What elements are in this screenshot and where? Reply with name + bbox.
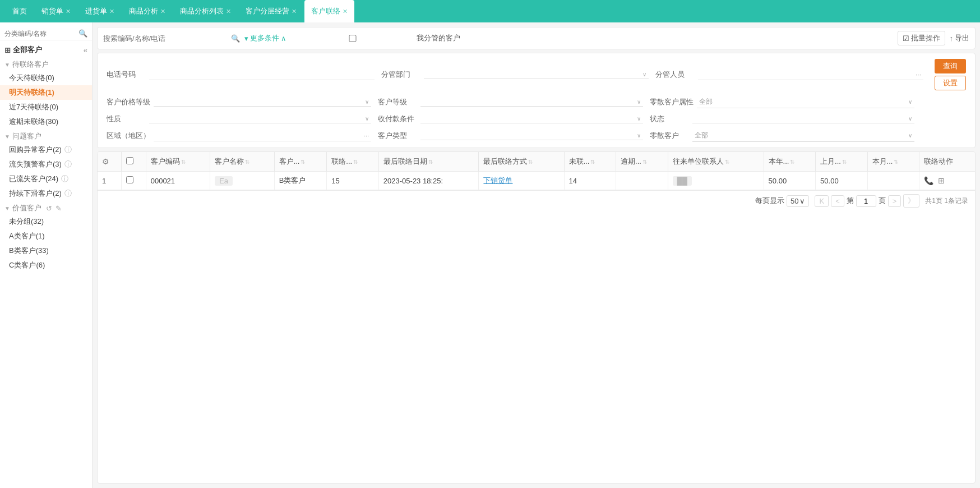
nav-sales-order-close[interactable]: ✕ <box>66 8 71 15</box>
sidebar-item-declining[interactable]: 持续下滑客户(2) ⓘ <box>0 186 92 201</box>
first-page-btn[interactable]: K <box>815 195 829 207</box>
sidebar-pending-group-header[interactable]: ▼ 待联络客户 <box>0 57 92 71</box>
scattered-attr-select[interactable]: 全部 ∨ <box>697 96 914 108</box>
customer-level-select[interactable]: ∨ <box>420 98 642 107</box>
filter-scattered-customer: 零散客户 全部 ∨ <box>650 130 914 142</box>
sidebar-problem-group-header[interactable]: ▼ 问题客户 <box>0 129 92 142</box>
nav-product-analysis-list-close[interactable]: ✕ <box>226 8 231 15</box>
sort-type[interactable]: 客户... ⇅ <box>279 156 322 167</box>
customer-level-caret-icon: ∨ <box>637 99 641 105</box>
sort-type-icon: ⇅ <box>301 159 305 165</box>
customer-type-select[interactable]: ∨ <box>420 131 642 140</box>
col-contact-count: 联络... ⇅ <box>327 152 379 172</box>
search-icon[interactable]: 🔍 <box>231 34 240 43</box>
nav-purchase-order-close[interactable]: ✕ <box>109 8 114 15</box>
select-all-checkbox[interactable] <box>126 157 133 164</box>
sort-this-year[interactable]: 本年... ⇅ <box>769 156 811 167</box>
payment-terms-select[interactable]: ∨ <box>420 114 642 123</box>
filter-scattered-attr: 零散客户属性 全部 ∨ <box>650 96 914 108</box>
sidebar-collapse-icon[interactable]: « <box>84 46 87 54</box>
page-input[interactable] <box>856 195 876 207</box>
last-method-link[interactable]: 下销货单 <box>483 176 512 185</box>
nav-customer-contact-close[interactable]: ✕ <box>343 8 348 15</box>
action-buttons: ☑ 批量操作 ↑ 导出 <box>898 31 970 45</box>
col-this-month: 本月... ⇅ <box>867 152 919 172</box>
sidebar-search-input[interactable] <box>4 30 76 38</box>
sort-unlocked[interactable]: 未联... ⇅ <box>569 156 612 167</box>
nav-customer-contact[interactable]: 客户联络 ✕ <box>304 0 354 22</box>
sort-name[interactable]: 客户名称 ⇅ <box>215 156 269 167</box>
my-customer-checkbox[interactable] <box>291 35 414 42</box>
sidebar-item-churned[interactable]: 已流失客户(24) ⓘ <box>0 172 92 186</box>
nav-product-analysis-close[interactable]: ✕ <box>160 8 165 15</box>
region-select[interactable]: ··· <box>154 131 371 141</box>
sidebar-all-customers[interactable]: ⊞ 全部客户 « <box>0 43 92 57</box>
nav-product-analysis-list[interactable]: 商品分析列表 ✕ <box>173 0 238 22</box>
nav-customer-contact-label: 客户联络 <box>311 6 340 16</box>
sidebar-item-class-a[interactable]: A类客户(1) <box>0 229 92 243</box>
next-page-btn[interactable]: > <box>888 195 902 207</box>
nav-sales-order[interactable]: 销货单 ✕ <box>35 0 77 22</box>
sort-last-date[interactable]: 最后联络日期 ⇅ <box>383 156 474 167</box>
sort-contact[interactable]: 联络... ⇅ <box>331 156 374 167</box>
sort-code[interactable]: 客户编码 ⇅ <box>151 156 205 167</box>
cell-unlocked: 14 <box>564 172 616 190</box>
info-icon-3: ⓘ <box>64 189 72 197</box>
edit-icon[interactable]: ✎ <box>56 204 62 213</box>
nav-customer-layered[interactable]: 客户分层经营 ✕ <box>239 0 303 22</box>
export-btn[interactable]: ↑ 导出 <box>950 33 970 43</box>
nav-home[interactable]: 首页 <box>6 0 34 22</box>
sort-last-month[interactable]: 上月... ⇅ <box>820 156 863 167</box>
query-btn[interactable]: 查询 <box>935 59 966 73</box>
setting-btn[interactable]: 设置 <box>935 76 966 90</box>
scattered-customer-select[interactable]: 全部 ∨ <box>692 130 914 142</box>
sort-this-month[interactable]: 本月... ⇅ <box>872 156 915 167</box>
col-settings: ⚙ <box>98 152 122 172</box>
more-action-icon[interactable]: ⊞ <box>938 176 945 185</box>
sidebar-item-repurchase-abnormal[interactable]: 回购异常客户(2) ⓘ <box>0 142 92 157</box>
sidebar-item-class-b[interactable]: B类客户(33) <box>0 243 92 258</box>
my-customer-checkbox-container[interactable]: 我分管的客户 <box>291 33 460 43</box>
sidebar-search-icon[interactable]: 🔍 <box>78 29 87 38</box>
sort-last-method[interactable]: 最后联络方式 ⇅ <box>483 156 559 167</box>
sidebar-item-ungrouped[interactable]: 未分组(32) <box>0 214 92 229</box>
sort-overdue[interactable]: 逾期... ⇅ <box>621 156 663 167</box>
page-size-value[interactable]: 50 ∨ <box>787 195 809 207</box>
more-filters-btn[interactable]: ▾ 更多条件 ∧ <box>244 33 286 43</box>
sidebar-item-today-contact[interactable]: 今天待联络(0) <box>0 71 92 85</box>
nav-customer-layered-close[interactable]: ✕ <box>292 8 297 15</box>
page-size-caret: ∨ <box>799 197 805 205</box>
nature-select[interactable]: ∨ <box>149 114 371 123</box>
sidebar-item-class-c[interactable]: C类客户(6) <box>0 258 92 273</box>
cell-code: 000021 <box>146 172 210 190</box>
search-bar: 🔍 ▾ 更多条件 ∧ 我分管的客户 ☑ 批量操作 ↑ 导出 <box>97 27 976 49</box>
sidebar-value-group-header[interactable]: ▼ 价值客户 ↺ ✎ <box>0 201 92 214</box>
nav-product-analysis[interactable]: 商品分析 ✕ <box>122 0 172 22</box>
column-settings-icon[interactable]: ⚙ <box>102 157 109 166</box>
manager-select[interactable]: ··· <box>698 70 923 80</box>
batch-checkbox-icon: ☑ <box>903 34 909 43</box>
sidebar-item-7days-contact[interactable]: 近7天待联络(0) <box>0 100 92 114</box>
search-input[interactable] <box>103 34 226 43</box>
info-icon-0: ⓘ <box>64 145 72 154</box>
status-select[interactable]: ∨ <box>692 114 914 123</box>
refresh-icon[interactable]: ↺ <box>46 204 52 213</box>
batch-operation-btn[interactable]: ☑ 批量操作 <box>898 31 945 45</box>
total-info: 共1页 1条记录 <box>925 196 968 206</box>
contact-action-icon[interactable]: 📞 <box>924 176 933 185</box>
sidebar-item-churn-warning[interactable]: 流失预警客户(3) ⓘ <box>0 157 92 172</box>
nav-purchase-order[interactable]: 进货单 ✕ <box>78 0 121 22</box>
cell-this-month <box>867 172 919 190</box>
sidebar-item-overdue-contact[interactable]: 逾期未联络(30) <box>0 114 92 129</box>
row-checkbox[interactable] <box>126 176 133 183</box>
sort-contact-person[interactable]: 往来单位联系人 ⇅ <box>673 156 759 167</box>
manager-label: 分管人员 <box>655 70 695 80</box>
dept-select[interactable]: ∨ <box>424 70 649 79</box>
manager-dots-icon: ··· <box>916 71 921 79</box>
last-page-btn[interactable]: 》 <box>903 194 919 208</box>
phone-input[interactable] <box>149 69 375 80</box>
table-row: 1 000021 Ea B类客户 <box>98 172 975 190</box>
sidebar-item-tomorrow-contact[interactable]: 明天待联络(1) <box>0 85 92 100</box>
price-level-select[interactable]: ∨ <box>154 98 371 107</box>
prev-page-btn[interactable]: < <box>831 195 844 207</box>
